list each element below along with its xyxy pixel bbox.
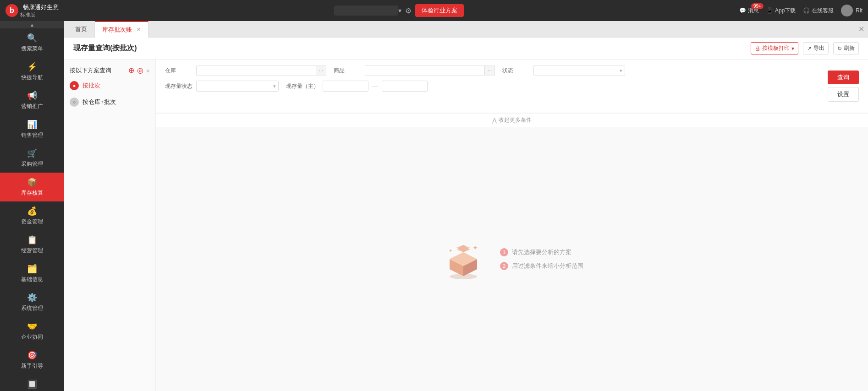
- topbar-gear-icon[interactable]: ⚙: [405, 6, 412, 15]
- topbar-left: b 畅康通好生意 标准版: [5, 3, 59, 18]
- inventory-amount-to-input[interactable]: [382, 81, 428, 92]
- sidebar-label-operations: 经营管理: [21, 247, 43, 255]
- purchase-icon: 🛒: [27, 148, 37, 158]
- empty-tips: 1 请先选择要分析的方案 2 用过滤条件来缩小分析范围: [500, 248, 583, 270]
- status-select[interactable]: 正常 锁定 停用: [533, 65, 625, 76]
- messages-btn[interactable]: 💬 消息 99+: [739, 7, 759, 15]
- sidebar-label-newbie: 新手引导: [21, 362, 43, 370]
- sidebar-item-marketing[interactable]: 📢 营销推广: [0, 86, 64, 115]
- sidebar-label-quick-nav: 快捷导航: [21, 74, 43, 81]
- tab-batch-account[interactable]: 库存批次账 ✕: [95, 21, 148, 38]
- sidebar: ▲ 🔍 搜索菜单 ⚡ 快捷导航 📢 营销推广 📊 销售管理 🛒 采购管理 📦 库…: [0, 21, 64, 391]
- batch-tab-close-icon[interactable]: ✕: [137, 27, 141, 33]
- inventory-amount-label: 现存量（主）: [286, 82, 319, 90]
- sidebar-label-search-menu: 搜索菜单: [21, 45, 43, 53]
- collapse-conditions-btn[interactable]: ⋀ 收起更多条件: [156, 113, 868, 127]
- inventory-amount-from-input[interactable]: [323, 81, 368, 92]
- tab-bar-close-btn[interactable]: ✕: [858, 25, 864, 33]
- marketing-icon: 📢: [27, 91, 37, 101]
- product-dots-btn[interactable]: ···: [484, 66, 494, 75]
- page-header: 现存量查询(按批次) 🖨 按模板打印 ▾ ↗ 导出 ↻ 刷新: [64, 38, 868, 60]
- empty-box-svg: ✦ ✦: [440, 236, 486, 282]
- export-btn[interactable]: ↗ 导出: [803, 42, 829, 54]
- warehouse-input-area: ···: [196, 65, 326, 76]
- template-print-btn[interactable]: 🖨 按模板打印 ▾: [751, 42, 798, 54]
- svg-marker-6: [456, 244, 471, 253]
- tip-text-2: 用过滤条件来缩小分析范围: [512, 262, 583, 270]
- sidebar-label-inventory: 库存核算: [21, 189, 43, 197]
- sidebar-item-basics[interactable]: 🗂️ 基础信息: [0, 259, 64, 288]
- refresh-icon: ↻: [837, 45, 842, 52]
- main-filter-area: 仓库 ··· 商品 ···: [156, 60, 868, 391]
- sidebar-item-collab[interactable]: 🤝 企业协同: [0, 317, 64, 346]
- print-dropdown-icon: ▾: [791, 45, 794, 52]
- warehouse-dots-btn[interactable]: ···: [316, 66, 326, 75]
- inventory-icon: 📦: [27, 177, 37, 187]
- service-icon: 🎧: [803, 7, 810, 14]
- sidebar-item-quick-nav[interactable]: ⚡ 快捷导航: [0, 57, 64, 86]
- app-download-btn[interactable]: 📱 App下载: [766, 7, 796, 15]
- tip-num-2: 2: [500, 262, 508, 270]
- inventory-status-label: 现存量状态: [165, 82, 192, 90]
- system-icon: ⚙️: [27, 293, 37, 303]
- page-title: 现存量查询(按批次): [73, 43, 137, 53]
- status-label: 状态: [502, 67, 530, 75]
- warehouse-filter-group: 仓库 ···: [165, 65, 326, 76]
- status-filter-group: 状态 正常 锁定 停用: [502, 65, 625, 76]
- sidebar-item-finance[interactable]: 💰 资金管理: [0, 201, 64, 230]
- sidebar-label-marketing: 营销推广: [21, 103, 43, 110]
- scheme-item-by-batch[interactable]: ● 按批次: [64, 77, 155, 94]
- sidebar-label-finance: 资金管理: [21, 218, 43, 226]
- status-select-wrapper: 正常 锁定 停用: [533, 65, 625, 76]
- warehouse-batch-scheme-label: 按仓库+批次: [82, 98, 116, 106]
- refresh-label: 刷新: [844, 44, 855, 52]
- filter-scheme-wrapper: 按以下方案查询 ⊕ ◎ « ● 按批次 ○ 按仓库+批次: [64, 60, 868, 391]
- tab-bar: 首页 库存批次账 ✕ ✕: [64, 21, 868, 38]
- warehouse-input[interactable]: [197, 65, 316, 76]
- sidebar-item-newbie[interactable]: 🎯 新手引导: [0, 346, 64, 375]
- user-profile-btn[interactable]: Rit: [841, 5, 863, 16]
- template-print-label: 按模板打印: [762, 44, 790, 52]
- amount-separator: —: [372, 83, 378, 90]
- app-edition: 标准版: [20, 11, 59, 18]
- operations-icon: 📋: [27, 235, 37, 245]
- collapse-up-icon: ⋀: [492, 117, 497, 124]
- content-area: 首页 库存批次账 ✕ ✕ 现存量查询(按批次) 🖨 按模板打印 ▾ ↗ 导出: [64, 21, 868, 391]
- scheme-collapse-icon[interactable]: «: [146, 67, 150, 74]
- sidebar-item-operations[interactable]: 📋 经营管理: [0, 230, 64, 259]
- search-dropdown-btn[interactable]: ▾: [398, 7, 401, 14]
- sidebar-item-appstore[interactable]: 🔲 应用中心: [0, 375, 64, 391]
- finance-icon: 💰: [27, 206, 37, 216]
- batch-tab-label: 库存批次账: [102, 26, 132, 34]
- product-label: 商品: [334, 67, 361, 75]
- page-header-actions: 🖨 按模板打印 ▾ ↗ 导出 ↻ 刷新: [751, 42, 859, 54]
- experience-industry-btn[interactable]: 体验行业方案: [415, 4, 464, 17]
- tip-text-1: 请先选择要分析的方案: [512, 248, 571, 256]
- export-icon: ↗: [807, 45, 812, 52]
- sidebar-item-system[interactable]: ⚙️ 系统管理: [0, 288, 64, 317]
- inventory-status-select[interactable]: 有库存 无库存 全部: [196, 81, 279, 92]
- sidebar-label-purchase: 采购管理: [21, 160, 43, 168]
- sidebar-scroll-up[interactable]: ▲: [0, 21, 64, 28]
- scheme-item-warehouse-batch[interactable]: ○ 按仓库+批次: [64, 94, 155, 110]
- sidebar-item-sales[interactable]: 📊 销售管理: [0, 115, 64, 144]
- settings-btn[interactable]: 设置: [828, 87, 859, 102]
- product-input[interactable]: [365, 65, 484, 76]
- sidebar-item-inventory[interactable]: 📦 库存核算: [0, 173, 64, 201]
- sidebar-item-search-menu[interactable]: 🔍 搜索菜单: [0, 28, 64, 57]
- product-filter-group: 商品 ···: [334, 65, 495, 76]
- home-tab-label: 首页: [75, 25, 87, 33]
- batch-scheme-label: 按批次: [82, 81, 100, 90]
- empty-illustration: ✦ ✦: [440, 236, 486, 282]
- query-btn[interactable]: 查询: [828, 71, 859, 84]
- sidebar-item-purchase[interactable]: 🛒 采购管理: [0, 144, 64, 173]
- refresh-btn[interactable]: ↻ 刷新: [833, 42, 859, 54]
- export-label: 导出: [813, 44, 824, 52]
- scheme-settings-icon[interactable]: ◎: [137, 66, 143, 75]
- online-service-btn[interactable]: 🎧 在线客服: [803, 7, 834, 15]
- sales-icon: 📊: [27, 119, 37, 130]
- user-name: Rit: [856, 7, 863, 14]
- appstore-icon: 🔲: [27, 379, 37, 389]
- scheme-add-icon[interactable]: ⊕: [128, 66, 134, 75]
- tab-home[interactable]: 首页: [68, 21, 95, 38]
